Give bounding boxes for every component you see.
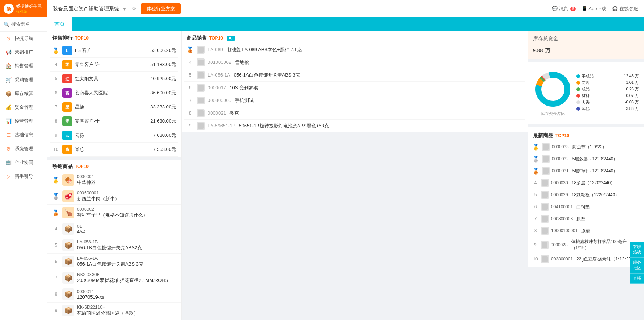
sidebar-item-enterprise[interactable]: 🏢 企业协同	[0, 156, 47, 169]
phone-icon: 📱	[582, 6, 587, 11]
legend-dot-4	[576, 94, 580, 98]
sidebar-search-area[interactable]: 🔍 搜索菜单	[0, 17, 47, 32]
finance-icon: 💰	[5, 104, 12, 111]
product-thumbnail: 📦	[62, 223, 74, 235]
legend-item: 半成品 12.45 万	[576, 73, 639, 79]
customer-avatar: 星	[62, 102, 72, 112]
new-product-item: 🥈 0000032 5层多层（1220*2440）	[528, 153, 644, 165]
product-avatar	[197, 58, 205, 66]
product-thumbnail: 📦	[62, 288, 74, 300]
product-sales-list: 🥉 LA-089 电池盖 LA-089 ABS本色+黑种 7.1克 4	[182, 44, 528, 132]
product-thumbnail: 📦	[62, 272, 74, 284]
nav-list: ⊙ 快捷导航 📢 营销推广 🏠 销售管理 🛒 采购管理 📦 库存核算 💰 资金管…	[0, 32, 47, 183]
rank-item: 10 肖 肖总 7,563.00元	[50, 143, 178, 157]
rank-item: 4 001000002 雪地靴	[184, 56, 525, 69]
dropdown-icon[interactable]: ▼	[122, 6, 127, 12]
sales-icon: 🏠	[5, 63, 12, 69]
product-thumbnail: 🍗	[62, 207, 74, 218]
sidebar: 畅 畅捷通好生意 标准版 🔍 搜索菜单 ⊙ 快捷导航 📢 营销推广 🏠 销售管理…	[0, 0, 47, 320]
hot-products-title: 热销商品 TOP10	[47, 160, 181, 172]
svg-rect-17	[542, 204, 548, 210]
sales-ranking-list: 🥇 L LS 客户 53,006.26元 4 零 零售客户-许 51,183.0…	[47, 44, 181, 157]
rank-item: 8 0000021 夹克	[184, 107, 525, 120]
product-avatar	[541, 191, 549, 199]
online-service-area[interactable]: 🎧 在线客服	[612, 5, 638, 12]
tab-home[interactable]: 首页	[47, 17, 72, 31]
svg-rect-4	[198, 98, 204, 103]
search-menu-button[interactable]: 🔍 搜索菜单	[4, 20, 43, 28]
legend-item: 材料 0.07 万	[576, 93, 639, 98]
inventory-chart-section: 库存资金占比 半成品 12.45 万 文具 1.01 万	[528, 62, 644, 124]
sidebar-item-marketing[interactable]: 📢 营销推广	[0, 45, 47, 59]
rank-item: 🥇 L LS 客户 53,006.26元	[50, 44, 178, 58]
service-community-button[interactable]: 服务社区	[630, 258, 644, 274]
inventory-card: 库存总资金 9.88 万	[528, 31, 644, 59]
new-product-item: 🥇 0000033 封边带（1.0*22）	[528, 141, 644, 153]
sidebar-item-guide[interactable]: ▷ 新手引导	[0, 169, 47, 183]
product-avatar	[541, 215, 549, 223]
product-thumbnail: 📦	[62, 239, 74, 251]
rank-item: 7 星 星扬 33,333.00元	[50, 100, 178, 114]
legend-dot-5	[576, 100, 580, 104]
legend-item: 其他 -3.86 万	[576, 106, 639, 111]
hot-products-section: 热销商品 TOP10 🥇 🍖 0000001 中华神器 🥈 🥩	[47, 160, 181, 319]
product-avatar	[541, 179, 549, 187]
rank-item: 9 云 云扬 7,680.00元	[50, 128, 178, 143]
product-item: 5 📦 LA-056-1B 056-1B白色按键开关壳ABS2克	[47, 237, 181, 254]
svg-rect-2	[198, 72, 204, 78]
sidebar-item-finance[interactable]: 💰 资金管理	[0, 100, 47, 114]
medal-silver-icon: 🥈	[52, 193, 60, 200]
live-button[interactable]: 直播	[630, 274, 644, 284]
rank-item: 6 0000017 10S 变刹罗猴	[184, 82, 525, 94]
new-products-section: 最新商品 TOP10 🥇 0000033 封边带（1.0*22） 🥈	[528, 127, 644, 267]
message-badge: 6	[570, 7, 576, 11]
content-area: 销售排行 TOP10 🥇 L LS 客户 53,006.26元 4 零	[47, 31, 644, 320]
sidebar-item-operations[interactable]: 📊 经营管理	[0, 114, 47, 128]
sidebar-item-system[interactable]: ⚙ 系统管理	[0, 142, 47, 156]
settings-icon[interactable]: ⚙	[131, 5, 136, 12]
inventory-icon: 📦	[5, 90, 12, 97]
product-item: 6 📦 LA-056-1A 056-1A白色按键开关盖ABS 3克	[47, 254, 181, 270]
svg-rect-13	[543, 156, 549, 162]
product-item: 🥈 🥩 000500001 新西兰牛肉（新牛）	[47, 188, 181, 205]
main-area: 装备及固定资产辅助管理系统 ▼ ⚙ 体验行业方案 💬 消息 6 📱 App下载 …	[47, 0, 644, 320]
customer-avatar: 零	[62, 116, 72, 126]
product-thumbnail: 📦	[62, 305, 74, 316]
svg-rect-3	[198, 85, 204, 91]
product-avatar	[197, 97, 205, 104]
product-sales-title: 商品销售 TOP10 Ai	[182, 31, 528, 44]
rank-item: 🥉 LA-089 电池盖 LA-089 ABS本色+黑种 7.1克	[184, 44, 525, 56]
customer-service-button[interactable]: 客服热线	[630, 242, 644, 258]
product-avatar	[542, 167, 550, 175]
sidebar-item-inventory[interactable]: 📦 库存核算	[0, 87, 47, 100]
product-avatar	[541, 227, 549, 235]
product-avatar	[541, 203, 549, 211]
sales-ranking-title: 销售排行 TOP10	[47, 31, 181, 44]
basic-info-icon: ☰	[5, 132, 12, 138]
new-product-item: 10 003800001 22g鱼豆腐·烧烤味（1*12*20）	[528, 253, 644, 265]
product-sales-section: 商品销售 TOP10 Ai 🥉 LA-089 电池盖 LA-089 ABS本色+…	[182, 31, 528, 132]
new-product-item: 🥉 0000031 5层中纤（1220*2440）	[528, 165, 644, 177]
legend-item: 成品 0.25 万	[576, 86, 639, 92]
product-avatar	[197, 71, 205, 79]
new-product-item: 5 0000029 18颗粒板（1220*2440）	[528, 189, 644, 201]
sidebar-item-sales[interactable]: 🏠 销售管理	[0, 59, 47, 73]
sidebar-item-purchase[interactable]: 🛒 采购管理	[0, 73, 47, 87]
sidebar-item-basic-info[interactable]: ☰ 基础信息	[0, 128, 47, 142]
new-products-title: 最新商品 TOP10	[528, 129, 644, 141]
product-item: 🥇 🍖 0000001 中华神器	[47, 172, 181, 188]
trial-button[interactable]: 体验行业方案	[141, 3, 181, 14]
rank-item: 5 LA-056-1A 056-1A白色按键开关盖ABS 3克	[184, 69, 525, 82]
svg-rect-0	[198, 47, 204, 53]
sidebar-item-quick-nav[interactable]: ⊙ 快捷导航	[0, 32, 47, 45]
customer-avatar: 云	[62, 131, 72, 140]
product-avatar	[541, 255, 549, 263]
svg-rect-15	[542, 180, 548, 186]
rank-item: 8 零 零售客户-于 21,680.00元	[50, 114, 178, 128]
message-icon: 💬	[552, 6, 558, 11]
message-area[interactable]: 💬 消息 6	[552, 5, 576, 12]
nav-tabs: 首页	[47, 17, 644, 31]
customer-avatar: 肖	[62, 145, 72, 154]
svg-rect-14	[543, 168, 549, 174]
app-download-area[interactable]: 📱 App下载	[582, 5, 606, 12]
